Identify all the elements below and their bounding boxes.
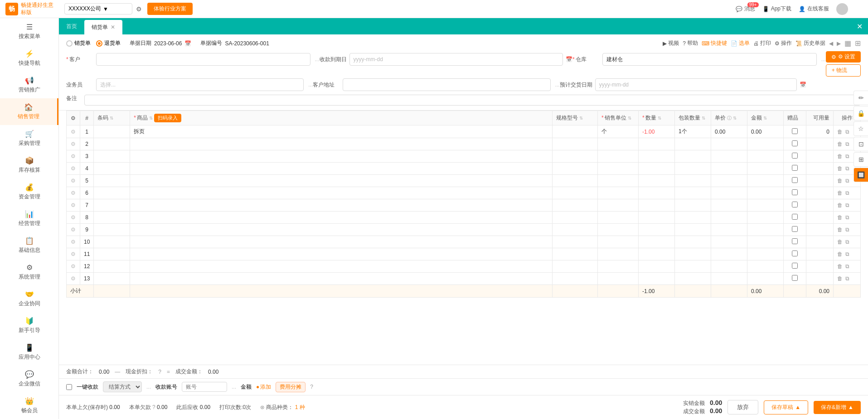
row-unit-cell[interactable] — [598, 187, 639, 199]
row-copy-icon[interactable]: ⧉ — [845, 202, 849, 208]
row-delete-icon[interactable]: 🗑 — [837, 129, 843, 135]
abandon-button[interactable]: 放弃 — [727, 400, 758, 414]
row-qty-cell[interactable] — [639, 187, 675, 199]
video-btn[interactable]: ▶ 视频 — [663, 39, 679, 47]
expected-date-calendar-icon[interactable]: 📅 — [800, 82, 806, 88]
row-gear-icon[interactable]: ⚙ — [71, 153, 76, 159]
row-unit-cell[interactable]: 个 — [598, 125, 639, 138]
row-delete-icon[interactable]: 🗑 — [837, 202, 843, 208]
row-pkg-cell[interactable] — [675, 163, 711, 175]
radio-sales[interactable]: 销货单 — [66, 39, 91, 47]
row-gift-cell[interactable] — [784, 125, 806, 138]
row-barcode-cell[interactable] — [94, 199, 130, 212]
gift-checkbox[interactable] — [792, 153, 798, 159]
fee-question-icon[interactable]: ? — [310, 384, 313, 390]
row-pkg-cell[interactable] — [675, 224, 711, 236]
row-price-cell[interactable] — [711, 212, 747, 224]
gift-checkbox[interactable] — [792, 202, 798, 207]
row-pkg-cell[interactable] — [675, 187, 711, 199]
row-delete-icon[interactable]: 🗑 — [837, 226, 843, 233]
qty-sort-icon[interactable]: ⇅ — [658, 116, 661, 120]
float-action-btn[interactable]: 🔲 — [853, 168, 868, 182]
row-price-cell[interactable] — [711, 187, 747, 199]
gear-icon[interactable]: ⚙ — [136, 5, 142, 13]
payment-account-input[interactable] — [182, 382, 227, 392]
row-qty-cell[interactable] — [639, 224, 675, 236]
customer-input[interactable] — [96, 53, 310, 66]
row-spec-cell[interactable] — [553, 187, 598, 199]
gift-checkbox[interactable] — [792, 128, 798, 134]
row-barcode-cell[interactable] — [94, 248, 130, 260]
row-copy-icon[interactable]: ⧉ — [845, 190, 849, 196]
row-delete-icon[interactable]: 🗑 — [837, 263, 843, 270]
row-price-cell[interactable] — [711, 175, 747, 187]
row-pkg-cell[interactable] — [675, 260, 711, 273]
payment-method-dots[interactable]: ... — [146, 384, 151, 390]
row-price-cell[interactable] — [711, 273, 747, 285]
sidebar-item-inventory[interactable]: 📦 库存核算 — [0, 152, 58, 178]
float-edit-btn[interactable]: ✏ — [853, 91, 868, 105]
row-amount-cell[interactable]: 0.00 — [747, 125, 784, 138]
row-pkg-cell[interactable]: 1个 — [675, 125, 711, 138]
row-barcode-cell[interactable] — [94, 163, 130, 175]
row-copy-icon[interactable]: ⧉ — [845, 129, 849, 135]
sidebar-item-base-info[interactable]: 📋 基础信息 — [0, 232, 58, 259]
row-delete-icon[interactable]: 🗑 — [837, 239, 843, 245]
row-unit-cell[interactable] — [598, 138, 639, 150]
row-gear-icon[interactable]: ⚙ — [71, 202, 76, 208]
row-amount-cell[interactable] — [747, 138, 784, 150]
row-spec-cell[interactable] — [553, 138, 598, 150]
customer-addr-input[interactable] — [343, 78, 550, 91]
row-product-cell[interactable] — [130, 175, 553, 187]
row-spec-cell[interactable] — [553, 163, 598, 175]
row-gift-cell[interactable] — [784, 260, 806, 273]
row-spec-cell[interactable] — [553, 273, 598, 285]
row-gear-icon[interactable]: ⚙ — [71, 141, 76, 147]
gift-checkbox[interactable] — [792, 226, 798, 232]
save-new-button[interactable]: 保存&新增 ▲ — [814, 401, 861, 414]
row-barcode-cell[interactable] — [94, 125, 130, 138]
row-copy-icon[interactable]: ⧉ — [845, 141, 849, 147]
sidebar-item-guide[interactable]: 🔰 新手引导 — [0, 312, 58, 339]
barcode-sort-icon[interactable]: ⇅ — [110, 116, 113, 120]
row-product-cell[interactable] — [130, 260, 553, 273]
row-gear-icon[interactable]: ⚙ — [71, 275, 76, 282]
row-qty-cell[interactable] — [639, 212, 675, 224]
history-btn[interactable]: 📜 历史单据 — [795, 39, 825, 47]
row-barcode-cell[interactable] — [94, 138, 130, 150]
customer-dots[interactable]: ... — [315, 56, 320, 63]
row-gear-icon[interactable]: ⚙ — [71, 165, 76, 172]
salesman-dots[interactable]: ... — [308, 82, 313, 88]
row-amount-cell[interactable] — [747, 163, 784, 175]
row-price-cell[interactable]: 0.00 — [711, 125, 747, 138]
row-product-cell[interactable] — [130, 163, 553, 175]
row-gift-cell[interactable] — [784, 138, 806, 150]
sidebar-item-purchase[interactable]: 🛒 采购管理 — [0, 125, 58, 152]
row-price-cell[interactable] — [711, 248, 747, 260]
row-product-cell[interactable] — [130, 236, 553, 248]
gift-checkbox[interactable] — [792, 238, 798, 244]
row-product-cell[interactable] — [130, 248, 553, 260]
row-barcode-cell[interactable] — [94, 260, 130, 273]
row-qty-cell[interactable] — [639, 199, 675, 212]
sidebar-item-system[interactable]: ⚙ 系统管理 — [0, 259, 58, 285]
row-qty-cell[interactable] — [639, 163, 675, 175]
gift-checkbox[interactable] — [792, 165, 798, 171]
row-unit-cell[interactable] — [598, 150, 639, 163]
payment-account-dots[interactable]: ... — [232, 384, 236, 390]
row-unit-cell[interactable] — [598, 199, 639, 212]
message-button[interactable]: 💬 消息 99+ — [736, 5, 755, 13]
due-date-calendar-icon[interactable]: 📅 — [566, 56, 572, 63]
row-qty-cell[interactable] — [639, 260, 675, 273]
row-pkg-cell[interactable] — [675, 273, 711, 285]
row-gift-cell[interactable] — [784, 236, 806, 248]
warehouse-input[interactable]: 建材仓 — [602, 53, 817, 66]
row-qty-cell[interactable] — [639, 248, 675, 260]
row-qty-cell[interactable] — [639, 150, 675, 163]
row-gear-icon[interactable]: ⚙ — [71, 263, 76, 270]
float-lock-btn[interactable]: 🔒 — [853, 106, 868, 120]
row-copy-icon[interactable]: ⧉ — [845, 165, 849, 172]
row-pkg-cell[interactable] — [675, 199, 711, 212]
sidebar-item-finance[interactable]: 💰 资金管理 — [0, 178, 58, 205]
row-gift-cell[interactable] — [784, 199, 806, 212]
